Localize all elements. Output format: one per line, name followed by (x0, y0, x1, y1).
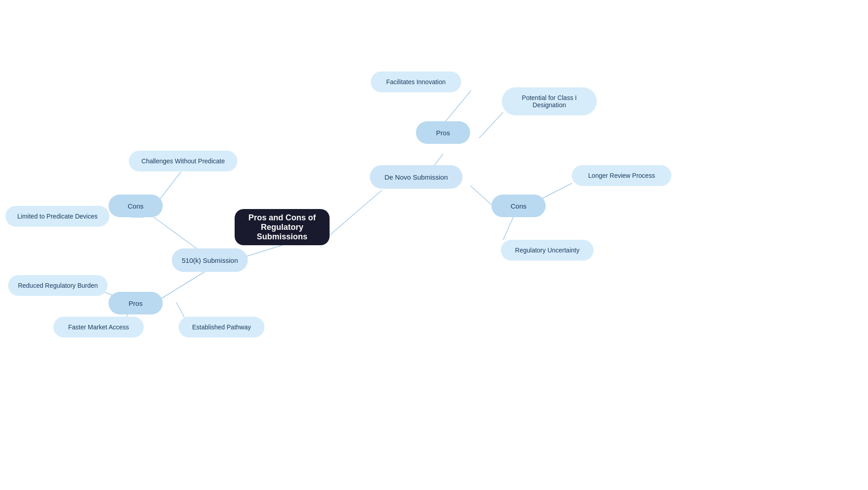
svg-line-8 (330, 190, 382, 235)
challenges-label: Challenges Without Predicate (142, 157, 225, 165)
node-de-novo[interactable]: De Novo Submission (370, 165, 462, 189)
potential-class-i-label: Potential for Class I Designation (510, 94, 589, 109)
cons-de-novo-label: Cons (510, 202, 526, 210)
node-potential-class-i[interactable]: Potential for Class I Designation (502, 87, 597, 115)
established-pathway-label: Established Pathway (192, 323, 251, 331)
node-cons-510k[interactable]: Cons (108, 195, 163, 217)
center-node[interactable]: Pros and Cons of Regulatory Submissions (235, 209, 330, 245)
node-faster-market[interactable]: Faster Market Access (53, 317, 144, 338)
node-cons-de-novo[interactable]: Cons (491, 195, 546, 217)
node-limited-predicate[interactable]: Limited to Predicate Devices (5, 206, 109, 227)
node-510k-submission[interactable]: 510(k) Submission (172, 248, 248, 272)
limited-predicate-label: Limited to Predicate Devices (17, 213, 97, 220)
facilitates-innovation-label: Facilitates Innovation (386, 78, 446, 86)
node-longer-review[interactable]: Longer Review Process (572, 165, 671, 186)
pros-510k-label: Pros (129, 300, 143, 307)
cons-510k-label: Cons (127, 202, 143, 210)
node-pros-510k[interactable]: Pros (108, 292, 163, 314)
node-reduced-burden[interactable]: Reduced Regulatory Burden (8, 275, 108, 296)
svg-line-4 (154, 267, 212, 303)
regulatory-uncertainty-label: Regulatory Uncertainty (515, 247, 579, 254)
pros-de-novo-label: Pros (436, 129, 450, 137)
node-established-pathway[interactable]: Established Pathway (179, 317, 264, 338)
node-facilitates-innovation[interactable]: Facilitates Innovation (371, 71, 461, 92)
svg-line-11 (479, 112, 503, 138)
center-label: Pros and Cons of Regulatory Submissions (244, 213, 321, 242)
de-novo-label: De Novo Submission (384, 173, 448, 181)
longer-review-label: Longer Review Process (588, 172, 655, 179)
node-regulatory-uncertainty[interactable]: Regulatory Uncertainty (501, 240, 594, 261)
node-challenges-without-predicate[interactable]: Challenges Without Predicate (129, 151, 237, 171)
faster-market-label: Faster Market Access (68, 323, 129, 331)
svg-line-12 (470, 186, 493, 206)
node-pros-de-novo[interactable]: Pros (416, 121, 470, 144)
svg-line-14 (503, 215, 514, 240)
reduced-burden-label: Reduced Regulatory Burden (18, 282, 98, 289)
510k-label: 510(k) Submission (182, 257, 238, 264)
